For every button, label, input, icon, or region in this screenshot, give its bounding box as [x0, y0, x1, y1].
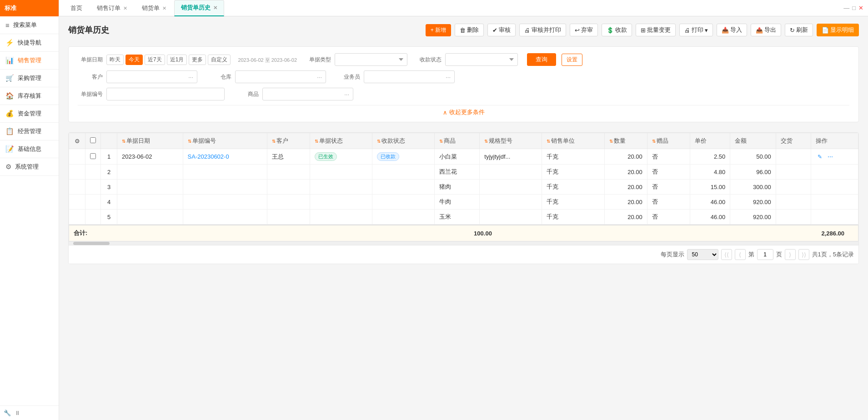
scroll-thumb[interactable]: [73, 242, 110, 245]
tab-close-sales-history[interactable]: ✕: [213, 5, 217, 11]
settings-filter-button[interactable]: 设置: [562, 54, 582, 66]
date-yesterday-btn[interactable]: 昨天: [106, 55, 124, 65]
date-1month-btn[interactable]: 近1月: [167, 55, 187, 65]
tab-sales-history[interactable]: 销货单历史 ✕: [174, 0, 224, 16]
more-action[interactable]: ⋯: [826, 153, 835, 160]
cell-check[interactable]: [85, 195, 101, 210]
audit-button[interactable]: ✔ 审核: [487, 24, 516, 36]
pause-icon[interactable]: ⏸: [15, 410, 20, 416]
col-docno[interactable]: ⇅单据编号: [183, 133, 267, 149]
refresh-button[interactable]: ↻ 刷新: [785, 24, 813, 36]
col-goods[interactable]: ⇅商品: [435, 133, 480, 149]
sidebar-item-basic-info[interactable]: 📝 基础信息: [0, 140, 59, 158]
page-last-btn[interactable]: ⟩⟩: [798, 249, 809, 260]
show-detail-button[interactable]: 📄 显示明细: [817, 24, 859, 36]
salesman-picker[interactable]: ···: [364, 70, 455, 83]
sidebar-item-search-menu[interactable]: ≡ 搜索菜单: [0, 16, 59, 34]
sidebar-item-sys-mgmt[interactable]: ⚙ 系统管理: [0, 158, 59, 176]
cell-docno[interactable]: SA-20230602-0: [183, 149, 267, 165]
audit-print-button[interactable]: 🖨 审核并打印: [519, 24, 566, 36]
cell-docno[interactable]: [183, 180, 267, 195]
cell-unitprice: 4.80: [690, 165, 730, 180]
total-label: 合计:: [74, 229, 124, 237]
cell-check[interactable]: [85, 149, 101, 165]
sidebar-item-quick-nav[interactable]: ⚡ 快捷导航: [0, 34, 59, 52]
finance-icon: 💰: [5, 110, 14, 118]
discard-button[interactable]: ↩ 弃审: [570, 24, 598, 36]
date-label: 单据日期: [78, 56, 103, 64]
minimize-icon[interactable]: —: [843, 5, 849, 11]
print-button[interactable]: 🖨 打印 ▾: [679, 24, 713, 36]
collect-button[interactable]: 💲 收款: [602, 24, 632, 36]
col-settings[interactable]: ⚙: [69, 133, 85, 149]
cell-spec: [480, 180, 542, 195]
cell-docno[interactable]: [183, 165, 267, 180]
col-qty[interactable]: ⇅数量: [604, 133, 647, 149]
cell-docno[interactable]: [183, 195, 267, 210]
col-paystatus[interactable]: ⇅收款状态: [372, 133, 435, 149]
salesman-picker-dots[interactable]: ···: [446, 74, 451, 80]
horizontal-scrollbar[interactable]: [69, 241, 858, 245]
col-gift[interactable]: ⇅赠品: [647, 133, 690, 149]
query-button[interactable]: 查询: [527, 53, 556, 66]
batch-change-button[interactable]: ⊞ 批量变更: [636, 24, 676, 36]
cell-check[interactable]: [85, 165, 101, 180]
tab-close-sales-order[interactable]: ✕: [123, 5, 127, 11]
date-7days-btn[interactable]: 近7天: [145, 55, 165, 65]
delete-button[interactable]: 🗑 删除: [455, 24, 484, 36]
maximize-icon[interactable]: □: [852, 5, 856, 11]
goods-picker[interactable]: ···: [262, 88, 353, 100]
tab-sales-invoice[interactable]: 销货单 ✕: [135, 0, 173, 16]
cell-qty: 20.00: [604, 165, 647, 180]
col-docstatus[interactable]: ⇅单据状态: [310, 133, 372, 149]
page-next-btn[interactable]: ⟩: [785, 249, 796, 260]
cell-paystatus: [372, 165, 435, 180]
tab-home[interactable]: 首页: [64, 0, 89, 16]
new-button[interactable]: + 新增: [426, 24, 451, 36]
sidebar-item-inventory[interactable]: 🏠 库存核算: [0, 87, 59, 105]
goods-picker-dots[interactable]: ···: [344, 91, 349, 98]
sidebar-item-sales[interactable]: 📊 销售管理: [0, 52, 59, 70]
sidebar-item-purchase[interactable]: 🛒 采购管理: [0, 70, 59, 87]
sidebar-item-operations[interactable]: 📋 经营管理: [0, 123, 59, 140]
col-customer[interactable]: ⇅客户: [267, 133, 310, 149]
customer-picker[interactable]: ···: [106, 70, 197, 83]
collapse-filter-btn[interactable]: ∧ 收起更多条件: [78, 105, 849, 117]
close-window-icon[interactable]: ✕: [858, 5, 863, 11]
col-unit[interactable]: ⇅销售单位: [542, 133, 604, 149]
export-button[interactable]: 📤 导出: [751, 24, 781, 36]
cell-unit: 千克: [542, 180, 604, 195]
tab-sales-order[interactable]: 销售订单 ✕: [90, 0, 134, 16]
cell-check[interactable]: [85, 210, 101, 225]
warehouse-picker-dots[interactable]: ···: [317, 74, 322, 80]
page-label-post: 页: [776, 250, 782, 259]
sidebar-item-label: 系统管理: [15, 163, 39, 171]
doctype-select[interactable]: [335, 53, 407, 66]
import-button[interactable]: 📥 导入: [717, 24, 747, 36]
sidebar-item-finance[interactable]: 💰 资金管理: [0, 105, 59, 123]
date-more-btn[interactable]: 更多: [189, 55, 206, 65]
col-docdate[interactable]: ⇅单据日期: [117, 133, 183, 149]
settings-icon[interactable]: 🔧: [4, 410, 11, 416]
edit-action[interactable]: ✎: [816, 153, 824, 160]
col-spec[interactable]: ⇅规格型号: [480, 133, 542, 149]
page-size-select[interactable]: 50 100: [687, 249, 718, 260]
date-custom-btn[interactable]: 自定义: [208, 55, 231, 65]
tab-close-sales-invoice[interactable]: ✕: [162, 5, 166, 11]
page-input[interactable]: [757, 249, 773, 260]
check-all[interactable]: [90, 137, 96, 143]
customer-picker-dots[interactable]: ···: [188, 74, 193, 80]
docno-input[interactable]: [106, 88, 225, 100]
col-check[interactable]: [85, 133, 101, 149]
row-checkbox[interactable]: [90, 153, 96, 159]
cell-docno[interactable]: [183, 210, 267, 225]
inventory-icon: 🏠: [5, 92, 14, 100]
pay-status-select[interactable]: [445, 53, 518, 66]
pagination: 每页显示 50 100 ⟨⟨ ⟨ 第 页 ⟩ ⟩⟩ 共1页，5条记录: [69, 245, 858, 264]
cell-check[interactable]: [85, 180, 101, 195]
date-today-btn[interactable]: 今天: [125, 55, 143, 65]
warehouse-picker[interactable]: ···: [235, 70, 326, 83]
purchase-icon: 🛒: [5, 74, 14, 82]
page-prev-btn[interactable]: ⟨: [735, 249, 746, 260]
page-first-btn[interactable]: ⟨⟨: [721, 249, 732, 260]
